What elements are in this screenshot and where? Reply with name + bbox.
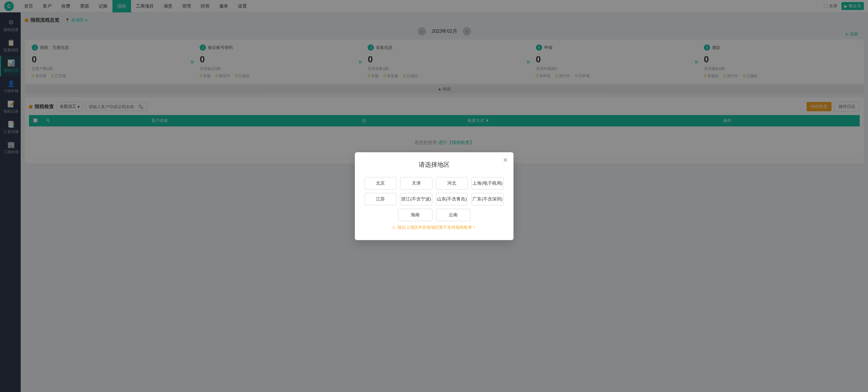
region-grid-row1: 北京 天津 河北 上海(电子税局) xyxy=(365,177,504,189)
region-btn-hebei[interactable]: 河北 xyxy=(436,177,468,189)
region-btn-guangdong[interactable]: 广东(不含深圳) xyxy=(471,193,504,205)
region-grid-row3: 海南 云南 xyxy=(365,209,504,221)
region-btn-beijing[interactable]: 北京 xyxy=(365,177,397,189)
region-btn-yunnan[interactable]: 云南 xyxy=(436,209,470,221)
region-btn-tianjin[interactable]: 天津 xyxy=(400,177,432,189)
modal-warning: ⚠ 除以上地区外其他地区暂不支持报税检查！ xyxy=(365,225,504,230)
modal-close-button[interactable]: ✕ xyxy=(503,157,508,163)
region-btn-zhejiang[interactable]: 浙江(不含宁波) xyxy=(400,193,432,205)
region-btn-shandong[interactable]: 山东(不含青岛) xyxy=(436,193,468,205)
region-btn-jiangsu[interactable]: 江苏 xyxy=(365,193,397,205)
region-btn-hainan[interactable]: 海南 xyxy=(398,209,432,221)
region-selector-modal: ✕ 请选择地区 北京 天津 河北 上海(电子税局) 江苏 浙江(不含宁波) 山东… xyxy=(355,152,513,240)
modal-overlay[interactable]: ✕ 请选择地区 北京 天津 河北 上海(电子税局) 江苏 浙江(不含宁波) 山东… xyxy=(0,0,868,392)
region-btn-shanghai[interactable]: 上海(电子税局) xyxy=(471,177,504,189)
region-grid-row2: 江苏 浙江(不含宁波) 山东(不含青岛) 广东(不含深圳) xyxy=(365,193,504,205)
warning-icon: ⚠ xyxy=(392,225,396,230)
modal-title: 请选择地区 xyxy=(365,161,504,169)
